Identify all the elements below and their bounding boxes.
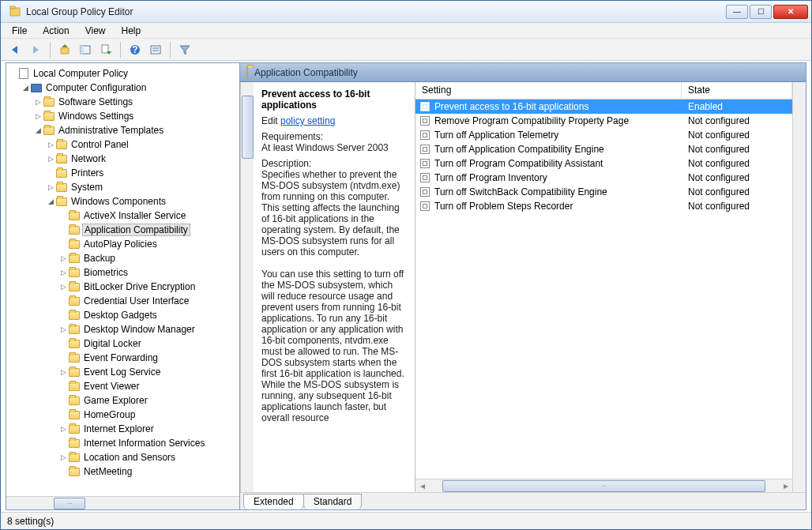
setting-row[interactable]: Turn off Program Compatibility Assistant… [415,156,792,171]
expand-icon[interactable]: ▷ [58,369,68,376]
tree-item[interactable]: AutoPlay Policies [8,237,238,251]
folder-icon [43,124,55,137]
tab-extended[interactable]: Extended [243,494,304,509]
setting-row[interactable]: Turn off Application TelemetryNot config… [415,128,792,142]
tree-item[interactable]: Desktop Gadgets [8,308,238,322]
tree-label: Digital Locker [82,338,143,349]
tree-label: Internet Explorer [82,423,156,434]
expand-icon[interactable]: ▷ [58,454,68,461]
detail-vscrollbar-left[interactable] [240,82,254,492]
menu-action[interactable]: Action [36,24,75,38]
window-title: Local Group Policy Editor [26,6,726,17]
expand-icon[interactable]: ◢ [33,127,43,134]
expand-icon[interactable]: ▷ [46,141,55,148]
tree-item[interactable]: Application Compatibility [8,223,238,237]
menu-help[interactable]: Help [115,24,148,38]
folder-icon [68,437,81,449]
setting-row[interactable]: Turn off SwitchBack Compatibility Engine… [415,185,792,199]
tree-label: BitLocker Drive Encryption [82,281,197,292]
tree-network[interactable]: ▷Network [8,152,238,166]
tree-software-settings[interactable]: ▷Software Settings [8,95,238,109]
tree-system[interactable]: ▷System [8,180,238,194]
folder-icon [68,366,81,378]
properties-button[interactable] [146,40,165,59]
expand-icon[interactable]: ▷ [46,156,55,163]
tree-item[interactable]: ActiveX Installer Service [8,209,238,223]
expand-icon[interactable]: ▷ [46,184,55,191]
tab-standard[interactable]: Standard [303,494,363,509]
setting-row[interactable]: Turn off Application Compatibility Engin… [415,142,792,156]
tree-label: NetMeeting [82,466,133,477]
tree-item[interactable]: Internet Information Services [8,436,238,450]
filter-button[interactable] [175,40,194,59]
setting-row[interactable]: Turn off Problem Steps RecorderNot confi… [415,199,792,213]
setting-name: Turn off Problem Steps Recorder [434,201,682,212]
setting-row[interactable]: Turn off Program InventoryNot configured [415,171,792,185]
back-button[interactable] [6,40,24,59]
menu-view[interactable]: View [79,24,112,38]
expand-icon[interactable]: ▷ [33,99,43,106]
tree-item[interactable]: ▷Desktop Window Manager [8,322,238,336]
tree-computer-configuration[interactable]: ◢Computer Configuration [8,81,238,95]
tree-item[interactable]: ▷Biometrics [8,265,238,280]
setting-icon [419,159,431,168]
forward-button[interactable] [26,40,45,59]
up-button[interactable] [55,40,74,59]
close-button[interactable]: ✕ [773,5,808,19]
tree-printers[interactable]: Printers [8,166,238,180]
tree-item[interactable]: Credential User Interface [8,294,238,308]
list-vscrollbar[interactable] [792,82,806,492]
tree-item[interactable]: Digital Locker [8,336,238,351]
tree-item[interactable]: Game Explorer [8,393,238,408]
expand-icon[interactable]: ▷ [58,426,68,433]
tree-item[interactable]: HomeGroup [8,408,238,422]
tree-item[interactable]: ▷Location and Sensors [8,450,238,464]
column-setting[interactable]: Setting [415,82,682,99]
column-state[interactable]: State [682,82,792,99]
tree-item[interactable]: ▷BitLocker Drive Encryption [8,280,238,294]
setting-state: Not configured [682,186,792,197]
description-text: Specifies whether to prevent the MS-DOS … [261,169,407,423]
minimize-button[interactable]: — [726,5,748,19]
folder-icon [55,138,68,151]
setting-row[interactable]: Prevent access to 16-bit applicationsEna… [415,100,792,114]
list-hscrollbar[interactable]: ◂ ··· ▸ [415,479,792,492]
show-hide-tree-button[interactable] [76,40,95,59]
tree-item[interactable]: ▷Backup [8,251,238,265]
expand-icon[interactable]: ▷ [58,284,68,291]
tree-hscrollbar[interactable]: ··· [6,496,239,509]
tree-label: AutoPlay Policies [82,239,159,250]
setting-state: Not configured [682,201,792,212]
tree-root[interactable]: Local Computer Policy [8,66,238,81]
maximize-button[interactable]: ☐ [750,5,772,19]
expand-icon[interactable]: ◢ [21,85,30,92]
expand-icon[interactable]: ▷ [58,255,68,262]
tree-administrative-templates[interactable]: ◢Administrative Templates [8,123,238,137]
tree-label: Software Settings [57,96,134,107]
tree-item[interactable]: NetMeeting [8,464,238,479]
folder-icon [68,394,81,407]
menu-file[interactable]: File [6,24,33,38]
tree-label: Event Viewer [82,381,141,392]
right-panel: Application Compatibility Prevent access… [240,63,806,509]
tree-item[interactable]: Event Forwarding [8,351,238,365]
expand-icon[interactable]: ▷ [58,269,68,276]
svg-marker-5 [62,44,68,47]
expand-icon[interactable]: ▷ [58,326,68,333]
help-button[interactable]: ? [126,40,145,59]
export-button[interactable] [96,40,115,59]
tree-item[interactable]: ▷Internet Explorer [8,422,238,436]
setting-row[interactable]: Remove Program Compatibility Property Pa… [415,114,792,128]
tree-item[interactable]: Event Viewer [8,379,238,393]
edit-policy-link[interactable]: policy setting [280,115,335,126]
policy-tree[interactable]: Local Computer Policy◢Computer Configura… [6,63,239,496]
tree-control-panel[interactable]: ▷Control Panel [8,137,238,152]
expand-icon[interactable]: ▷ [33,113,43,120]
folder-icon [68,351,81,364]
tree-item[interactable]: ▷Event Log Service [8,365,238,379]
expand-icon[interactable]: ◢ [46,198,55,205]
folder-icon [68,337,81,350]
folder-icon [68,465,81,478]
tree-windows-components[interactable]: ◢Windows Components [8,194,238,209]
tree-windows-settings[interactable]: ▷Windows Settings [8,109,238,123]
